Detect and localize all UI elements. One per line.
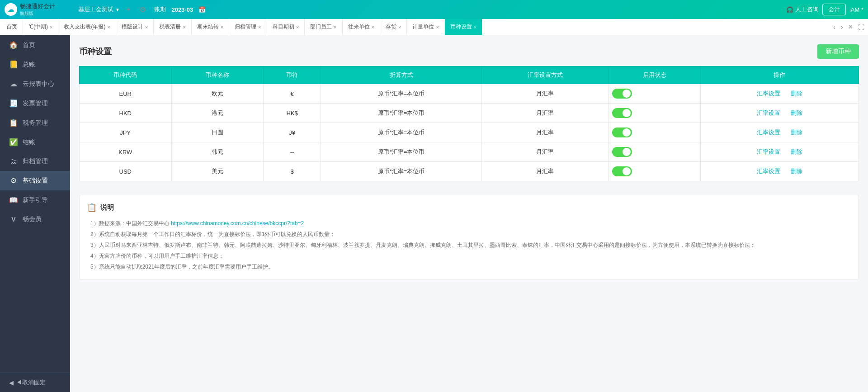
tab-home[interactable]: 首页 xyxy=(1,19,23,35)
delete-eur-button[interactable]: 删除 xyxy=(791,90,802,97)
col-name: 币种名称 xyxy=(171,66,264,84)
delete-jpy-button[interactable]: 删除 xyxy=(791,129,802,136)
tab-subjects[interactable]: 科目期初 × xyxy=(267,19,305,35)
col-code: 币种代码 xyxy=(80,66,172,84)
tax-icon: 📋 xyxy=(9,118,18,127)
archive-icon: 🗂 xyxy=(9,157,18,165)
tab-units[interactable]: 计量单位 × xyxy=(407,19,444,35)
toggle-hkd[interactable] xyxy=(612,108,632,118)
chinamoney-link[interactable]: https://www.chinamoney.com.cn/chinese/bk… xyxy=(171,220,304,227)
delete-usd-button[interactable]: 删除 xyxy=(791,168,802,175)
tab-close-period-end[interactable]: × xyxy=(221,24,223,30)
tab-dept[interactable]: 部门员工 × xyxy=(305,19,342,35)
ledger-icon: 📒 xyxy=(9,60,18,69)
sidebar-pin-toggle[interactable]: ◀ ◀取消固定 xyxy=(0,373,70,392)
tab-next-button[interactable]: › xyxy=(838,22,846,33)
description-icon: 📋 xyxy=(87,203,97,213)
cell-action-eur: 汇率设置 删除 xyxy=(700,84,859,104)
delete-krw-button[interactable]: 删除 xyxy=(791,148,802,155)
cell-action-krw: 汇率设置 删除 xyxy=(700,142,859,162)
sidebar-item-vip[interactable]: V 畅会员 xyxy=(0,210,70,229)
tab-close-currency[interactable]: × xyxy=(474,24,476,30)
cell-calc-jpy: 原币*汇率=本位币 xyxy=(321,123,482,142)
toggle-jpy[interactable] xyxy=(612,128,632,137)
rate-setting-hkd-button[interactable]: 汇率设置 xyxy=(757,109,780,116)
tab-inventory[interactable]: 存货 × xyxy=(380,19,407,35)
customer-service-button[interactable]: 🎧 人工咨询 xyxy=(786,5,819,14)
tab-close-income[interactable]: × xyxy=(107,24,110,30)
add-tab-button[interactable]: + xyxy=(123,5,134,14)
sidebar-item-home[interactable]: 🏠 首页 xyxy=(0,35,70,55)
main-layout: 🏠 首页 📒 总账 ☁ 云报表中心 🧾 发票管理 📋 税务管理 ✅ 结账 🗂 归… xyxy=(0,35,868,392)
cell-toggle-hkd[interactable] xyxy=(609,104,701,123)
cell-rate-jpy: 月汇率 xyxy=(482,123,609,142)
tab-period-end[interactable]: 期末结转 × xyxy=(192,19,229,35)
tab-prev-button[interactable]: ‹ xyxy=(830,22,838,33)
reports-icon: ☁ xyxy=(9,80,18,88)
logo-text-group: 畅捷通好会计 旗舰版 xyxy=(20,2,55,17)
iam-label: iAM * xyxy=(849,6,863,13)
new-currency-button[interactable]: 新增币种 xyxy=(817,44,859,59)
col-rate-type: 汇率设置方式 xyxy=(482,66,609,84)
tab-close-period[interactable]: × xyxy=(50,24,52,30)
table-row: EUR 欧元 € 原币*汇率=本位币 月汇率 汇率设置 删除 xyxy=(80,84,859,104)
sidebar-label-vip: 畅会员 xyxy=(23,215,42,223)
cell-toggle-krw[interactable] xyxy=(609,142,701,162)
sidebar-label-archive: 归档管理 xyxy=(23,157,48,165)
settings-icon[interactable]: ⚙ xyxy=(137,5,149,14)
logo-area: ☁ 畅捷通好会计 旗舰版 xyxy=(5,2,75,17)
cell-toggle-jpy[interactable] xyxy=(609,123,701,142)
cell-code-eur: EUR xyxy=(80,84,172,104)
accounting-button[interactable]: 会计 xyxy=(822,4,846,15)
tab-close-units[interactable]: × xyxy=(436,24,439,30)
rate-setting-jpy-button[interactable]: 汇率设置 xyxy=(757,129,780,136)
tab-close-contacts[interactable]: × xyxy=(372,24,374,30)
logo-subtext: 旗舰版 xyxy=(20,10,55,17)
tab-close-all-button[interactable]: × xyxy=(846,21,855,33)
tab-expand-button[interactable]: ⛶ xyxy=(855,22,867,33)
tab-close-archive[interactable]: × xyxy=(258,24,261,30)
toggle-usd[interactable] xyxy=(612,166,632,176)
home-icon: 🏠 xyxy=(9,41,18,49)
tab-contacts[interactable]: 往来单位 × xyxy=(343,19,380,35)
tab-close-subjects[interactable]: × xyxy=(296,24,299,30)
tab-close-tax-table[interactable]: × xyxy=(183,24,185,30)
tab-period[interactable]: ℃(中期) × xyxy=(23,19,58,35)
tab-close-inventory[interactable]: × xyxy=(398,24,401,30)
tab-archive[interactable]: 归档管理 × xyxy=(229,19,267,35)
sidebar-label-settings: 基础设置 xyxy=(23,177,48,185)
tab-income[interactable]: 收入支出表(年报) × xyxy=(58,19,116,35)
toggle-eur[interactable] xyxy=(612,89,632,99)
tab-template[interactable]: 模版设计 × xyxy=(116,19,154,35)
vip-icon: V xyxy=(9,216,18,223)
desc-item-5: 5）系统只能自动抓取2021年度后的汇率，之前年度汇率需要用户手工维护。 xyxy=(87,261,851,272)
toggle-krw[interactable] xyxy=(612,147,632,157)
sidebar-item-archive[interactable]: 🗂 归档管理 xyxy=(0,152,70,171)
sidebar-label-tax: 税务管理 xyxy=(23,119,48,127)
cell-name-jpy: 日圆 xyxy=(171,123,264,142)
cell-toggle-usd[interactable] xyxy=(609,162,701,181)
sidebar-item-invoices[interactable]: 🧾 发票管理 xyxy=(0,94,70,113)
sidebar-item-tax[interactable]: 📋 税务管理 xyxy=(0,113,70,132)
rate-setting-usd-button[interactable]: 汇率设置 xyxy=(757,168,780,175)
col-symbol: 币符 xyxy=(264,66,321,84)
tab-close-dept[interactable]: × xyxy=(334,24,336,30)
sidebar-item-ledger[interactable]: 📒 总账 xyxy=(0,55,70,74)
tab-nav-buttons: ‹ › × ⛶ xyxy=(830,21,867,33)
tab-close-template[interactable]: × xyxy=(145,24,148,30)
tab-tax-table[interactable]: 税表清册 × xyxy=(154,19,191,35)
rate-setting-eur-button[interactable]: 汇率设置 xyxy=(757,90,780,97)
rate-setting-krw-button[interactable]: 汇率设置 xyxy=(757,148,780,155)
sidebar-item-settings[interactable]: ⚙ 基础设置 xyxy=(0,171,70,190)
cell-name-krw: 韩元 xyxy=(171,142,264,162)
cell-toggle-eur[interactable] xyxy=(609,84,701,104)
invoices-icon: 🧾 xyxy=(9,99,18,108)
tab-currency[interactable]: 币种设置 × xyxy=(445,19,482,35)
workspace-selector[interactable]: 基层工会测试 ▼ xyxy=(78,5,120,14)
calendar-icon[interactable]: 📅 xyxy=(198,6,206,13)
sidebar-item-reports[interactable]: ☁ 云报表中心 xyxy=(0,74,70,94)
cell-rate-usd: 月汇率 xyxy=(482,162,609,181)
sidebar-item-settlement[interactable]: ✅ 结账 xyxy=(0,132,70,152)
delete-hkd-button[interactable]: 删除 xyxy=(791,109,802,116)
sidebar-item-guide[interactable]: 📖 新手引导 xyxy=(0,190,70,210)
